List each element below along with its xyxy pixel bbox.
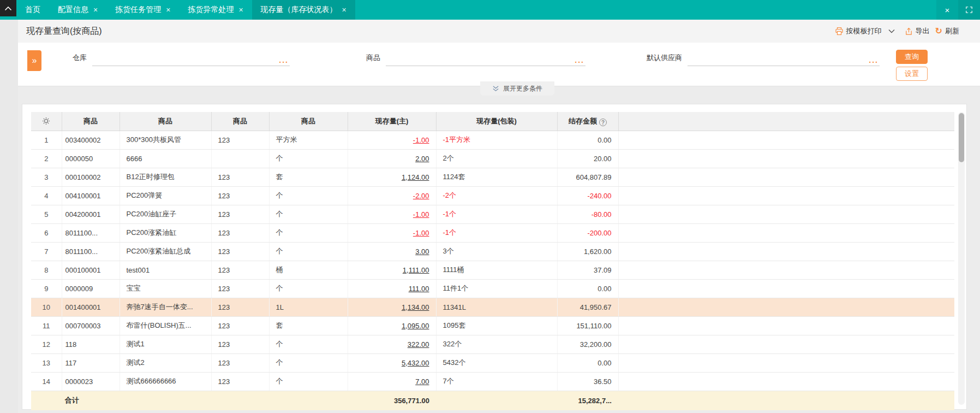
stock-main-link[interactable]: 7.00 [415,377,429,386]
stock-main-link[interactable]: 1,111.00 [403,266,429,274]
header-goods-qty[interactable]: 商品 [211,112,269,131]
tab-close-icon[interactable]: × [238,5,243,14]
print-by-template-button[interactable]: 按模板打印 [835,26,882,36]
table-row[interactable]: 2 0000050 6666 个 2.00 2个 20.00 [31,149,954,168]
cell-goods-name: 测试666666666 [119,372,211,391]
column-settings-button[interactable] [31,112,62,131]
tab-1[interactable]: 配置信息 × [49,0,106,20]
header-balance-amount[interactable]: 结存金额? [557,112,618,131]
tab-4[interactable]: 现存量（库存状况表） × [252,0,355,20]
stock-main-link[interactable]: 1,124.00 [402,173,429,181]
stock-main-link[interactable]: -2.00 [413,192,429,200]
stock-main-link[interactable]: 2.00 [415,155,429,163]
stock-main-link[interactable]: -1.00 [413,210,429,219]
cell-goods-code: 0000050 [62,149,119,168]
cell-goods-qty: 123 [211,316,269,335]
cell-goods-code: 117 [62,353,119,372]
header-goods-name[interactable]: 商品 [119,112,211,131]
goods-input[interactable] [386,51,573,66]
help-icon[interactable]: ? [599,119,607,126]
table-row[interactable]: 5 004200001 PC200油缸座子 123 个 -1.00 -1个 -8… [31,205,954,223]
print-dropdown-button[interactable] [887,29,899,33]
header-goods-code[interactable]: 商品 [62,112,119,131]
settings-button[interactable]: 设置 [896,67,928,81]
tab-strip: 首页 配置信息 × 拣货任务管理 × 拣货异常处理 × 现存量（库存状况表） × [16,0,355,20]
cell-goods-unit: 个 [269,205,348,223]
table-row[interactable]: 6 8011100... PC200涨紧油缸 123 个 -1.00 -1个 -… [31,223,954,242]
tab-close-icon[interactable]: × [93,5,98,14]
total-row: 合计 356,771.00 15,282,7... [31,391,954,410]
cell-balance-amount: 1,620.00 [557,242,618,261]
table-row[interactable]: 4 004100001 PC200弹簧 123 个 -2.00 -2个 -240… [31,186,954,205]
expand-side-panel-button[interactable]: » [27,50,41,71]
goods-picker-button[interactable]: ... [573,55,585,66]
cell-balance-amount: 604,807.89 [557,168,618,186]
cell-goods-qty: 123 [211,223,269,242]
close-tabs-button[interactable]: × [936,0,958,20]
table-row[interactable]: 14 0000023 测试666666666 123 个 7.00 7个 36.… [31,372,954,391]
supplier-field: 默认供应商 ... [647,51,880,66]
supplier-picker-button[interactable]: ... [868,55,880,66]
cell-stock-pack: -1平方米 [436,131,557,149]
table-row[interactable]: 3 000100002 B12正时修理包 123 套 1,124.00 1124… [31,168,954,186]
scrollbar-thumb[interactable] [959,113,964,162]
table-row[interactable]: 1 003400002 300*300共板风管 123 平方米 -1.00 -1… [31,131,954,149]
cell-balance-amount: 20.00 [557,149,618,168]
row-index: 12 [31,335,62,353]
cell-stock-pack: 322个 [436,335,557,353]
page-header: 现存量查询(按商品) 按模板打印 导出 ↻ 刷新 [18,20,980,43]
header-stock-main[interactable]: 现存量(主) [348,112,436,131]
stock-main-link[interactable]: -1.00 [413,229,429,237]
header-goods-unit[interactable]: 商品 [269,112,348,131]
supplier-input[interactable] [688,51,868,66]
cell-stock-main: 1,134.00 [348,298,436,316]
expand-more-conditions-button[interactable]: 展开更多条件 [480,81,554,96]
total-stock-main: 356,771.00 [348,391,436,410]
expand-more-label: 展开更多条件 [503,84,542,93]
fullscreen-button[interactable] [958,0,980,20]
tab-close-icon[interactable]: × [342,5,346,14]
vertical-scrollbar[interactable] [958,112,965,405]
tab-close-icon[interactable]: × [166,5,170,14]
stock-main-link[interactable]: 3.00 [415,247,429,256]
stock-main-link[interactable]: 1,095.00 [402,322,429,330]
collapse-menu-button[interactable] [0,0,16,16]
cell-stock-main: 111.00 [348,279,436,298]
table-row[interactable]: 10 001400001 奔驰7速手自一体变... 123 1L 1,134.0… [31,298,954,316]
cell-goods-qty: 123 [211,261,269,279]
cell-goods-unit: 套 [269,168,348,186]
cell-stock-pack: 1124套 [436,168,557,186]
stock-main-link[interactable]: 1,134.00 [402,303,429,311]
table-row[interactable]: 13 117 测试2 123 个 5,432.00 5432个 0.00 [31,353,954,372]
table-row[interactable]: 9 0000009 宝宝 123 个 111.00 11件1个 0.00 [31,279,954,298]
header-stock-pack[interactable]: 现存量(包装) [436,112,557,131]
table-header-row: 商品 商品 商品 商品 现存量(主) 现存量(包装) 结存金额? [31,112,954,131]
cell-goods-qty: 123 [211,298,269,316]
cell-goods-qty [211,149,269,168]
cell-stock-pack: 1095套 [436,316,557,335]
cell-goods-name: test001 [119,261,211,279]
table-row[interactable]: 7 8011100... PC200涨紧油缸总成 123 个 3.00 3个 1… [31,242,954,261]
stock-main-link[interactable]: 322.00 [408,340,429,349]
table-row[interactable]: 8 000100001 test001 123 桶 1,111.00 1111桶… [31,261,954,279]
cell-goods-unit: 个 [269,279,348,298]
refresh-button[interactable]: ↻ 刷新 [935,26,959,36]
tab-2[interactable]: 拣货任务管理 × [106,0,179,20]
cell-stock-pack: -2个 [436,186,557,205]
stock-main-link[interactable]: 111.00 [409,285,429,293]
stock-main-link[interactable]: -1.00 [413,136,429,144]
goods-field: 商品 ... [366,51,585,66]
tab-0[interactable]: 首页 [16,0,49,20]
cell-goods-code: 000100001 [62,261,119,279]
export-button[interactable]: 导出 [905,26,930,36]
warehouse-input[interactable] [92,51,278,66]
stock-main-link[interactable]: 5,432.00 [402,359,429,367]
table-row[interactable]: 11 000700003 布雷什(BOLISH)五... 123 套 1,095… [31,316,954,335]
table-row[interactable]: 12 118 测试1 123 个 322.00 322个 32,200.00 [31,335,954,353]
tab-3[interactable]: 拣货异常处理 × [179,0,252,20]
warehouse-picker-button[interactable]: ... [278,55,290,66]
cell-goods-unit: 个 [269,353,348,372]
query-button[interactable]: 查询 [896,50,928,64]
cell-balance-amount: 37.09 [557,261,618,279]
cell-stock-main: -1.00 [348,131,436,149]
